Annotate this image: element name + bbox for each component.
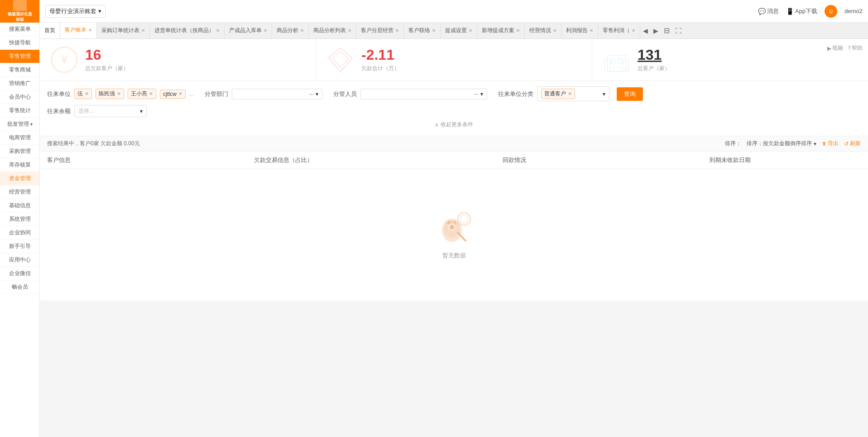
tab-next-btn[interactable]: ▶ (651, 27, 661, 34)
sidebar-item-basic-info[interactable]: 基础信息 (0, 199, 39, 213)
query-button[interactable]: 查询 (617, 87, 643, 101)
stat-value-debt: -2.11 (361, 47, 399, 63)
sidebar-item-finance-mgmt[interactable]: 资金管理 (0, 172, 39, 185)
tab-business-situation[interactable]: 经营情况 ✕ (525, 23, 561, 39)
sidebar-item-retail-stats[interactable]: 零售统计 (0, 104, 39, 118)
svg-point-13 (450, 225, 454, 229)
sidebar-item-retail-mgmt[interactable]: 零售管理 (0, 50, 39, 63)
tab-product-analysis[interactable]: 商品分析 ✕ (272, 23, 309, 39)
tab-close-customer-tier[interactable]: ✕ (395, 28, 399, 33)
sort-selector[interactable]: 排序：按欠款金额倒序排序 ▾ (747, 140, 816, 147)
credit-select[interactable]: 选择... ▾ (74, 105, 147, 117)
tab-customer-book[interactable]: 客户账本 ✕ (60, 23, 97, 39)
tab-prev-btn[interactable]: ◀ (640, 27, 651, 34)
tab-stock-stats[interactable]: 进货单统计表（按商品） ✕ (150, 23, 225, 39)
tab-customer-contact-label: 客户联络 (408, 27, 430, 34)
tab-close-product-instock[interactable]: ✕ (264, 28, 267, 33)
collapse-up-icon: ∧ (435, 122, 439, 128)
unit-type-select[interactable]: 普通客户 ✕ ▾ (537, 86, 609, 101)
refresh-button[interactable]: ↺ 刷新 (844, 140, 861, 147)
tab-close-retail-profit[interactable]: ✕ (632, 28, 635, 33)
tab-customer-contact[interactable]: 客户联络 ✕ (404, 23, 441, 39)
sidebar-item-purchase-mgmt[interactable]: 采购管理 (0, 145, 39, 158)
result-text: 搜索结果中，客户0家 欠款金额 0.00元 (47, 140, 140, 147)
svg-rect-7 (613, 67, 620, 71)
tab-product-instock[interactable]: 产成品入库单 ✕ (225, 23, 272, 39)
tab-close-customer-book[interactable]: ✕ (88, 28, 92, 33)
remove-company-4[interactable]: ✕ (178, 91, 182, 97)
svg-point-18 (454, 221, 456, 224)
tab-close-product-analysis-list[interactable]: ✕ (348, 28, 351, 33)
tab-close-new-promotion-plan[interactable]: ✕ (516, 28, 520, 33)
filter-tag-company-3[interactable]: 王小亮 ✕ (128, 89, 156, 99)
tab-close-profit-report[interactable]: ✕ (590, 28, 593, 33)
filter-tag-company-2[interactable]: 陈民强 ✕ (96, 89, 124, 99)
sidebar-item-new-guide[interactable]: 新手引导 (0, 240, 39, 253)
tab-purchase-order-stats-label: 采购订单统计表 (101, 27, 139, 34)
tab-close-purchase-order-stats[interactable]: ✕ (141, 28, 145, 33)
export-button[interactable]: ⬆ 导出 (822, 140, 839, 147)
diamond-icon (327, 46, 354, 73)
sidebar-item-retail-store[interactable]: 零售商城 (0, 63, 39, 77)
collapse-button[interactable]: ∧ 收起更多条件 (47, 121, 861, 128)
tab-close-customer-contact[interactable]: ✕ (432, 28, 436, 33)
filter-tag-unit-type[interactable]: 普通客户 ✕ (541, 89, 575, 99)
tab-product-instock-label: 产成品入库单 (229, 27, 262, 34)
tab-fullscreen-btn[interactable]: ⛶ (672, 27, 684, 34)
video-link[interactable]: ▶ 视频 (827, 44, 843, 52)
tab-retail-profit[interactable]: 零售利润（ ✕ (598, 23, 640, 39)
sidebar-item-quick-nav[interactable]: 快捷导航 (0, 36, 39, 50)
tab-product-analysis-list[interactable]: 商品分析列表 ✕ (309, 23, 356, 39)
tab-customer-tier-label: 客户分层经营 (361, 27, 393, 34)
tab-home[interactable]: 首页 (40, 23, 60, 39)
remove-company-1[interactable]: ✕ (85, 91, 89, 97)
person-select[interactable]: ··· ▾ (360, 89, 487, 100)
sidebar-item-member-center[interactable]: 会员中心 (0, 90, 39, 104)
tab-purchase-order-stats[interactable]: 采购订单统计表 ✕ (97, 23, 150, 39)
more-tags-btn[interactable]: ... (189, 91, 194, 97)
sidebar-item-app-center[interactable]: 应用中心 (0, 253, 39, 267)
empty-illustration (436, 210, 472, 246)
sort-chevron-icon: ▾ (814, 141, 816, 147)
tab-customer-tier[interactable]: 客户分层经营 ✕ (356, 23, 404, 39)
tab-promotion-settings[interactable]: 提成设置 ✕ (441, 23, 477, 39)
tab-close-business-situation[interactable]: ✕ (553, 28, 556, 33)
filter-row-2: 往来余额 选择... ▾ (47, 105, 861, 117)
sidebar-item-sys-mgmt[interactable]: 系统管理 (0, 213, 39, 226)
tab-close-promotion-settings[interactable]: ✕ (469, 28, 472, 33)
data-table: 客户信息 欠款交易信息（占比） 回款情况 到期未收款日期 (40, 152, 868, 301)
help-link[interactable]: ? 帮助 (848, 44, 863, 52)
sidebar-item-ecom-mgmt[interactable]: 电商管理 (0, 131, 39, 145)
sidebar-item-sales-promo[interactable]: 营销推广 (0, 77, 39, 90)
sidebar-item-wholesale-mgmt[interactable]: 批发管理 ▾ (0, 118, 39, 131)
tab-promotion-settings-label: 提成设置 (445, 27, 467, 34)
department-select[interactable]: ··· ▾ (232, 89, 322, 100)
sidebar-item-inventory[interactable]: 库存核算 (0, 158, 39, 172)
tab-close-product-analysis[interactable]: ✕ (300, 28, 304, 33)
sidebar-item-biz-mgmt[interactable]: 经营管理 (0, 185, 39, 199)
sidebar-item-enterprise-wechat[interactable]: 企业微信 (0, 267, 39, 280)
filter-tag-company-1[interactable]: 伍 ✕ (74, 89, 92, 99)
sidebar-item-vip[interactable]: 畅会员 (0, 280, 39, 294)
export-icon: ⬆ (822, 141, 826, 147)
tab-profit-report[interactable]: 利润报告 ✕ (561, 23, 598, 39)
tab-customer-book-label: 客户账本 (65, 26, 86, 34)
message-link[interactable]: 💬 消息 (758, 7, 779, 15)
stat-card-customers: ¥ 16 总欠款客户（家） (40, 39, 316, 81)
tab-new-promotion-plan[interactable]: 新增提成方案 ✕ (477, 23, 525, 39)
user-avatar[interactable]: D (825, 5, 837, 18)
app-download-link[interactable]: 📱 App下载 (786, 7, 817, 15)
stat-info-customers: 16 总欠款客户（家） (85, 47, 129, 72)
svg-point-17 (447, 221, 450, 224)
remove-company-2[interactable]: ✕ (117, 91, 121, 97)
account-selector[interactable]: 母婴行业演示账套 ▾ (45, 5, 106, 18)
remove-company-3[interactable]: ✕ (149, 91, 153, 97)
tab-close-stock-stats[interactable]: ✕ (216, 28, 220, 33)
sidebar-item-search[interactable]: 搜索菜单 (0, 23, 39, 36)
sidebar-item-enterprise-coop[interactable]: 企业协同 (0, 226, 39, 240)
remove-unit-type[interactable]: ✕ (568, 91, 572, 97)
tab-stock-stats-label: 进货单统计表（按商品） (154, 27, 214, 34)
col-due-date: 到期未收款日期 (702, 152, 868, 169)
tab-menu-btn[interactable]: ⊟ (661, 26, 672, 35)
filter-tag-company-4[interactable]: cjttcw ✕ (160, 90, 186, 99)
